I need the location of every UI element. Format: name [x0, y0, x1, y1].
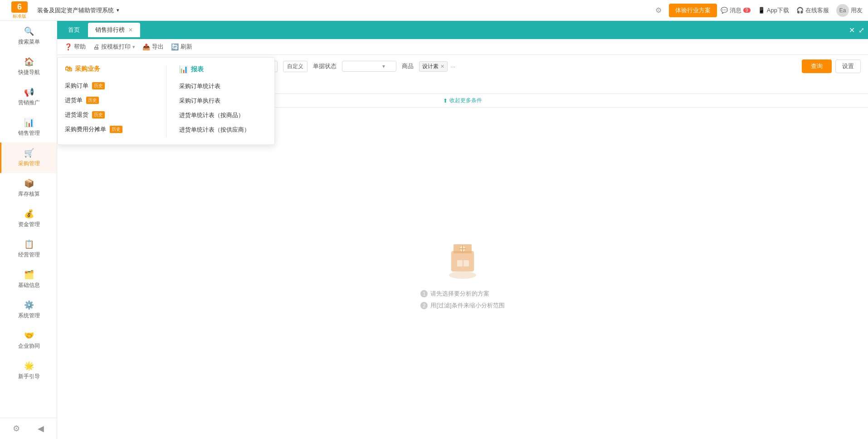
tabbar: 首页 销售排行榜 ✕ ✕ ⤢ — [57, 21, 868, 39]
empty-tip-1: 1 请先选择要分析的方案 — [420, 288, 504, 300]
refresh-btn[interactable]: 🔄 刷新 — [171, 43, 192, 51]
print-btn[interactable]: 🖨 按模板打印 ▾ — [93, 43, 135, 51]
chart-icon: 📊 — [24, 118, 34, 128]
purchase-order-exec-item[interactable]: 采购订单执行表 — [179, 94, 268, 108]
content-area: 首页 销售排行榜 ✕ ✕ ⤢ 🛍 采购业务 采购 — [57, 21, 868, 439]
sidebar-item-inventory[interactable]: 📦 库存核算 — [0, 173, 57, 203]
preset-custom-btn[interactable]: 自定义 — [283, 61, 307, 72]
svg-rect-7 — [463, 260, 469, 266]
query-btn[interactable]: 查询 — [802, 59, 832, 73]
sidebar-bottom: ⚙ ◀ — [0, 418, 57, 439]
inbound-return-item[interactable]: 进货退货 历史 — [65, 108, 153, 122]
logo-icon: 6 — [11, 1, 28, 13]
empty-tip-2: 2 用[过滤]条件来缩小分析范围 — [420, 300, 504, 311]
home-icon: 🏠 — [24, 57, 34, 67]
industry-btn[interactable]: 体验行业方案 — [669, 4, 717, 17]
toolbar: ❓ 帮助 🖨 按模板打印 ▾ 📤 导出 🔄 刷新 — [57, 39, 868, 55]
gear-icon: ⚙️ — [24, 300, 34, 310]
refresh-icon: 🔄 — [171, 43, 179, 50]
phone-icon: 📱 — [758, 7, 765, 14]
sidebar-item-operations[interactable]: 📋 经营管理 — [0, 234, 57, 264]
inbound-stats-supplier-item[interactable]: 进货单统计表（按供应商） — [179, 123, 268, 137]
history-badge-2: 历史 — [86, 97, 99, 104]
empty-icon — [440, 235, 485, 281]
purchase-order-item[interactable]: 采购订单 历史 — [65, 79, 153, 93]
sidebar-item-system[interactable]: ⚙️ 系统管理 — [0, 295, 57, 325]
svg-point-0 — [449, 271, 476, 279]
sidebar-item-purchase[interactable]: 🛒 采购管理 — [0, 143, 57, 173]
message-icon: 💬 — [721, 7, 728, 14]
star-icon: 🌟 — [24, 361, 34, 371]
empty-state: 1 请先选择要分析的方案 2 用[过滤]条件来缩小分析范围 — [57, 108, 868, 439]
dropdown-arrow-icon[interactable]: ▾ — [117, 7, 119, 13]
report-col: 📊 报表 采购订单统计表 采购订单执行表 进货单统计表（按商品） 进货单统计表（… — [179, 65, 268, 137]
sidebar-item-search[interactable]: 🔍 搜索菜单 — [0, 21, 57, 51]
sidebar-collapse-icon[interactable]: ◀ — [38, 424, 44, 434]
tab-sales-rank[interactable]: 销售排行榜 ✕ — [88, 23, 140, 37]
message-badge: 9 — [743, 8, 751, 13]
doc-status-select[interactable]: ▾ — [342, 61, 396, 72]
sidebar-item-marketing[interactable]: 📢 营销推广 — [0, 82, 57, 112]
goods-label: 商品 — [402, 62, 414, 70]
collapse-up-icon: ⬆ — [443, 98, 448, 104]
topbar: 6 标准版 装备及固定资产辅助管理系统 ▾ ⚙ 体验行业方案 💬 消息 9 📱 … — [0, 0, 868, 21]
user-menu[interactable]: Ea 用友 — [836, 4, 863, 17]
report-icon: 📊 — [179, 65, 188, 74]
tab-fullscreen-icon[interactable]: ⤢ — [858, 26, 864, 35]
sidebar-item-finance[interactable]: 💰 资金管理 — [0, 203, 57, 234]
export-btn[interactable]: 📤 导出 — [142, 43, 164, 51]
goods-tag: 设计素 ✕ — [419, 61, 448, 72]
export-icon: 📤 — [142, 43, 150, 50]
avatar: Ea — [836, 4, 849, 17]
svg-rect-6 — [457, 260, 463, 266]
app-download-btn[interactable]: 📱 App下载 — [758, 6, 789, 15]
purchase-order-stats-item[interactable]: 采购订单统计表 — [179, 79, 268, 94]
purchase-dropdown-menu: 🛍 采购业务 采购订单 历史 进货单 历史 进货退货 历史 — [57, 57, 275, 145]
doc-status-label: 单据状态 — [313, 62, 336, 70]
sidebar-item-guide[interactable]: 🌟 新手引导 — [0, 355, 57, 386]
megaphone-icon: 📢 — [24, 87, 34, 97]
report-title: 📊 报表 — [179, 65, 268, 74]
divider — [166, 65, 166, 137]
setting-btn[interactable]: 设置 — [835, 59, 861, 73]
select-arrow-icon: ▾ — [382, 63, 385, 69]
money-icon: 💰 — [24, 209, 34, 219]
settings-gear-icon[interactable]: ⚙ — [655, 6, 662, 15]
message-btn[interactable]: 💬 消息 9 — [721, 6, 751, 15]
clipboard-icon: 📋 — [24, 239, 34, 249]
folder-icon: 🗂️ — [24, 270, 34, 280]
online-service-btn[interactable]: 🎧 在线客服 — [796, 6, 829, 15]
print-icon: 🖨 — [93, 43, 99, 50]
goods-field: 设计素 ✕ ··· — [419, 61, 455, 72]
help-btn[interactable]: ❓ 帮助 — [64, 43, 86, 51]
handshake-icon: 🤝 — [24, 330, 34, 340]
purchase-business-col: 🛍 采购业务 采购订单 历史 进货单 历史 进货退货 历史 — [65, 65, 153, 137]
goods-more-icon[interactable]: ··· — [450, 63, 455, 70]
tab-close-icon[interactable]: ✕ — [128, 27, 133, 33]
print-dropdown-icon[interactable]: ▾ — [132, 44, 135, 50]
history-badge-3: 历史 — [92, 111, 105, 118]
sidebar-settings-icon[interactable]: ⚙ — [13, 424, 20, 434]
empty-illustration — [440, 235, 485, 281]
app-title: 装备及固定资产辅助管理系统 ▾ — [37, 6, 650, 15]
tabbar-right: ✕ ⤢ — [849, 26, 864, 35]
filter-actions: 查询 设置 — [802, 59, 861, 73]
sidebar-item-sales[interactable]: 📊 销售管理 — [0, 112, 57, 143]
empty-tips: 1 请先选择要分析的方案 2 用[过滤]条件来缩小分析范围 — [420, 288, 504, 311]
tab-close-window-icon[interactable]: ✕ — [849, 26, 855, 35]
tip-num-2: 2 — [420, 302, 428, 309]
inbound-order-item[interactable]: 进货单 历史 — [65, 93, 153, 108]
sidebar-item-coop[interactable]: 🤝 企业协同 — [0, 325, 57, 355]
logo: 6 标准版 — [5, 1, 34, 20]
content-wrapper: 🛍 采购业务 采购订单 历史 进货单 历史 进货退货 历史 — [57, 39, 868, 439]
goods-tag-remove-icon[interactable]: ✕ — [440, 64, 444, 69]
history-badge-4: 历史 — [110, 126, 122, 133]
sidebar-item-nav[interactable]: 🏠 快捷导航 — [0, 51, 57, 82]
sidebar-item-basic[interactable]: 🗂️ 基础信息 — [0, 264, 57, 295]
purchase-expense-item[interactable]: 采购费用分摊单 历史 — [65, 122, 153, 137]
tab-home[interactable]: 首页 — [61, 23, 87, 37]
cart-icon: 🛒 — [24, 148, 34, 158]
inbound-stats-goods-item[interactable]: 进货单统计表（按商品） — [179, 108, 268, 123]
shopping-bag-icon: 🛍 — [65, 65, 72, 73]
logo-subtext: 标准版 — [13, 13, 26, 20]
